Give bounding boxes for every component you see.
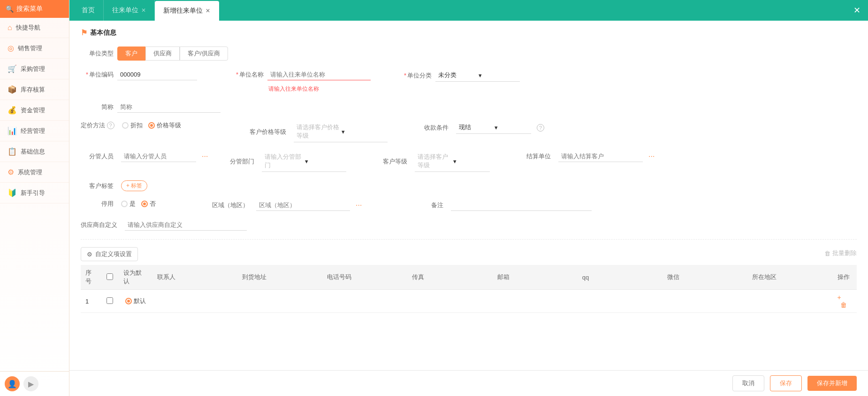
region-input[interactable] — [256, 200, 350, 211]
pricing-method-label: 定价方法 ? — [81, 121, 114, 130]
customer-level-select[interactable]: 请选择客户等级 ▾ — [415, 151, 490, 172]
select-all-checkbox[interactable] — [107, 273, 113, 280]
settlement-unit-input[interactable] — [558, 151, 643, 162]
pricing-discount-option[interactable]: 折扣 — [122, 121, 143, 130]
flag-icon: ⚑ — [81, 28, 87, 37]
col-contact: 联系人 — [152, 265, 237, 290]
custom-setting-btn[interactable]: ⚙ 自定义项设置 — [81, 247, 138, 261]
tab-home[interactable]: 首页 — [73, 0, 104, 21]
cell-contact[interactable] — [152, 290, 237, 313]
disabled-yes-radio — [121, 201, 128, 207]
main-area: 首页 往来单位 ✕ 新增往来单位 ✕ ✕ ⚑ 基本信息 单位类型 客户 供应商 … — [69, 0, 868, 396]
department-select[interactable]: 请输入分管部门 ▾ — [262, 151, 346, 172]
tab-close-icon[interactable]: ✕ — [141, 7, 146, 14]
payment-terms-group: 收款条件 现结 ▾ ? — [416, 121, 544, 134]
tab-close-icon[interactable]: ✕ — [206, 8, 210, 14]
fax-input[interactable] — [412, 298, 487, 305]
gear-icon: ⚙ — [87, 251, 92, 258]
row-checkbox[interactable] — [107, 297, 113, 304]
payment-terms-select[interactable]: 现结 ▾ — [456, 121, 531, 134]
disabled-yes-option[interactable]: 是 — [121, 200, 136, 208]
sidebar-item-guide[interactable]: 🔰 新手引导 — [0, 183, 69, 203]
window-close-btn[interactable]: ✕ — [853, 5, 860, 16]
manager-more-btn[interactable]: ··· — [200, 152, 210, 161]
sales-icon: ◎ — [8, 44, 14, 53]
sidebar-item-finance[interactable]: 💰 资金管理 — [0, 100, 69, 121]
pricing-radio-group: 折扣 价格等级 — [122, 121, 181, 130]
supplier-custom-input[interactable] — [125, 219, 247, 231]
email-input[interactable] — [497, 298, 573, 305]
unit-name-group: *单位名称 请输入往来单位名称 — [231, 69, 371, 93]
unit-type-group: 单位类型 客户 供应商 客户/供应商 — [81, 47, 228, 61]
pricing-help-icon[interactable]: ? — [107, 122, 114, 129]
tags-row: 客户标签 + 标签 — [81, 180, 857, 191]
short-name-input[interactable] — [117, 101, 221, 113]
sidebar-item-basic-info[interactable]: 📋 基础信息 — [0, 141, 69, 162]
pricing-level-option[interactable]: 价格等级 — [148, 121, 181, 130]
location-input[interactable] — [752, 298, 828, 305]
bottom-action-bar: 取消 保存 保存并新增 — [69, 370, 868, 396]
home-icon: ⌂ — [8, 23, 12, 32]
batch-delete-btn[interactable]: 🗑 批量删除 — [824, 249, 857, 257]
sidebar-item-purchase[interactable]: 🛒 采购管理 — [0, 59, 69, 79]
customer-level-placeholder: 请选择客户等级 — [418, 153, 451, 170]
address-input[interactable] — [242, 298, 318, 305]
manager-input[interactable] — [121, 151, 196, 162]
save-button[interactable]: 保存 — [770, 375, 802, 391]
unit-category-group: *单位分类 未分类 ▾ — [399, 69, 530, 82]
cancel-button[interactable]: 取消 — [732, 375, 764, 391]
system-icon: ⚙ — [8, 168, 14, 177]
col-seq: 序号 — [81, 265, 102, 290]
user-avatar-btn[interactable]: 👤 — [5, 376, 20, 391]
unit-type-both-btn[interactable]: 客户/供应商 — [180, 47, 228, 61]
tab-label: 首页 — [82, 6, 95, 15]
cell-email[interactable] — [493, 290, 578, 313]
payment-help-icon[interactable]: ? — [537, 124, 544, 132]
tab-partners[interactable]: 往来单位 ✕ — [104, 0, 155, 21]
sidebar-item-label: 资金管理 — [21, 106, 45, 115]
save-new-button[interactable]: 保存并新增 — [807, 376, 857, 391]
phone-input[interactable] — [327, 298, 403, 305]
sidebar-expand-btn[interactable]: ▶ — [23, 376, 38, 391]
pricing-row: 定价方法 ? 折扣 价格等级 客户价格等级 — [81, 121, 857, 142]
sidebar-item-system[interactable]: ⚙ 系统管理 — [0, 162, 69, 183]
search-menu-btn[interactable]: 🔍 搜索菜单 — [0, 0, 69, 18]
col-checkbox — [102, 265, 119, 290]
cell-address[interactable] — [237, 290, 322, 313]
wechat-input[interactable] — [667, 298, 743, 305]
sidebar-item-operations[interactable]: 📊 经营管理 — [0, 121, 69, 141]
unit-name-input[interactable] — [267, 69, 371, 80]
row-default-radio[interactable]: 默认 — [123, 297, 147, 305]
cell-qq[interactable] — [578, 290, 662, 313]
col-wechat: 微信 — [662, 265, 747, 290]
sidebar-item-inventory[interactable]: 📦 库存核算 — [0, 79, 69, 100]
form-content: ⚑ 基本信息 单位类型 客户 供应商 客户/供应商 *单位编码 — [69, 21, 868, 396]
chevron-down-icon: ▾ — [495, 124, 528, 131]
unit-type-customer-btn[interactable]: 客户 — [117, 47, 145, 61]
unit-type-supplier-btn[interactable]: 供应商 — [145, 47, 180, 61]
delete-row-btn[interactable]: 🗑 — [840, 301, 847, 309]
sidebar-item-quick-nav[interactable]: ⌂ 快捷导航 — [0, 18, 69, 38]
add-row-btn[interactable]: + — [838, 294, 841, 301]
default-radio — [125, 298, 132, 304]
unit-code-input[interactable] — [117, 69, 197, 80]
cell-fax[interactable] — [407, 290, 492, 313]
customer-level-group: 客户等级 请选择客户等级 ▾ — [374, 151, 490, 172]
sidebar-item-sales[interactable]: ◎ 销售管理 — [0, 38, 69, 59]
cell-wechat[interactable] — [662, 290, 747, 313]
qq-input[interactable] — [582, 298, 658, 305]
region-more-btn[interactable]: ··· — [354, 201, 364, 210]
remarks-input[interactable] — [451, 200, 592, 211]
settlement-unit-more-btn[interactable]: ··· — [647, 152, 656, 161]
unit-category-select[interactable]: 未分类 ▾ — [435, 69, 520, 82]
sidebar-item-label: 基础信息 — [21, 148, 45, 156]
cell-location[interactable] — [747, 290, 832, 313]
unit-type-row: 单位类型 客户 供应商 客户/供应商 — [81, 47, 857, 61]
disabled-no-option[interactable]: 否 — [141, 200, 156, 208]
add-tag-btn[interactable]: + 标签 — [121, 180, 147, 191]
customer-price-level-select[interactable]: 请选择客户价格等级 ▾ — [294, 121, 388, 142]
chevron-down-icon: ▾ — [453, 158, 487, 165]
contact-input[interactable] — [157, 298, 233, 305]
cell-phone[interactable] — [322, 290, 407, 313]
tab-new-partner[interactable]: 新增往来单位 ✕ — [155, 1, 219, 21]
